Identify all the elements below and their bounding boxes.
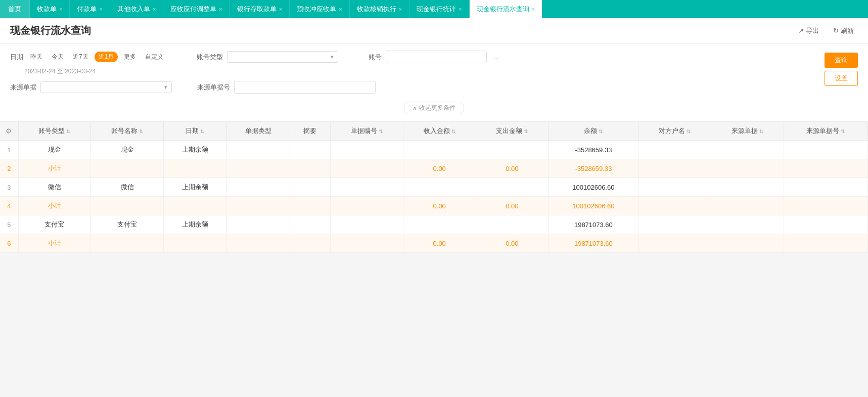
table-cell: 100102606.60: [549, 197, 638, 215]
table-cell: [226, 141, 290, 159]
table-cell: [290, 234, 330, 253]
nav-close-icon[interactable]: ×: [59, 6, 62, 12]
nav-ar-ap-adjust[interactable]: 应收应付调整单 ×: [163, 0, 230, 18]
th-source-doc-no[interactable]: 来源单据号⇅: [784, 122, 867, 141]
table-cell: 支付宝: [91, 215, 164, 234]
table-cell: [403, 178, 476, 197]
sort-icon-account-name: ⇅: [139, 128, 143, 134]
th-source-doc[interactable]: 来源单据⇅: [711, 122, 784, 141]
table-cell: [784, 141, 867, 159]
nav-close-icon[interactable]: ×: [459, 6, 462, 12]
table-cell: 支付宝: [18, 215, 91, 234]
query-button[interactable]: 查询: [825, 53, 858, 68]
export-icon: ↗: [798, 27, 804, 34]
nav-close-icon[interactable]: ×: [399, 6, 402, 12]
table-row: 6小计0.000.0019871073.60: [0, 234, 868, 253]
shortcut-7days[interactable]: 近7天: [70, 52, 92, 62]
collapse-row: ∧ 收起更多条件: [10, 99, 858, 116]
nav-close-icon[interactable]: ×: [339, 6, 342, 12]
th-date[interactable]: 日期⇅: [163, 122, 226, 141]
th-summary: 摘要: [290, 122, 330, 141]
nav-other-income[interactable]: 其他收入单 ×: [110, 0, 163, 18]
table-cell: [638, 215, 711, 234]
header-bar: 现金银行流水查询 ↗ 导出 ↻ 刷新: [0, 18, 868, 43]
shortcut-yesterday[interactable]: 昨天: [27, 52, 45, 62]
sort-icon-counterpart: ⇅: [687, 128, 691, 134]
table-cell: [638, 159, 711, 178]
nav-close-icon[interactable]: ×: [279, 6, 282, 12]
shortcut-custom[interactable]: 自定义: [142, 52, 166, 62]
refresh-button[interactable]: ↻ 刷新: [829, 24, 858, 37]
account-more-button[interactable]: ...: [491, 52, 502, 63]
th-counterpart[interactable]: 对方户名⇅: [638, 122, 711, 141]
chevron-down-icon: ▾: [331, 54, 334, 60]
nav-receipt-verify[interactable]: 收款核销执行 ×: [350, 0, 409, 18]
date-range-display: 2023-02-24 至 2023-03-24: [24, 68, 96, 75]
source-doc-no-label: 来源单据号: [197, 83, 230, 92]
table-cell: [784, 178, 867, 197]
page-title: 现金银行流水查询: [10, 24, 91, 37]
table-row: 4小计0.000.00100102606.60: [0, 197, 868, 215]
shortcut-more[interactable]: 更多: [121, 52, 139, 62]
table-cell: [711, 178, 784, 197]
table-cell: 5: [0, 215, 18, 234]
table-row: 1现金现金上期余额-3528659.33: [0, 141, 868, 159]
nav-close-icon[interactable]: ×: [99, 6, 102, 12]
collapse-button[interactable]: ∧ 收起更多条件: [404, 102, 464, 114]
table-cell: 现金: [91, 141, 164, 159]
nav-bank-deposit[interactable]: 银行存取款单 ×: [230, 0, 290, 18]
top-nav: 首页 收款单 × 付款单 × 其他收入单 × 应收应付调整单 × 银行存取款单 …: [0, 0, 868, 18]
date-filter-group: 日期 昨天 今天 近7天 近1月 更多 自定义: [10, 52, 166, 62]
table-cell: [403, 215, 476, 234]
nav-payment[interactable]: 付款单 ×: [70, 0, 110, 18]
table-cell: 100102606.60: [549, 178, 638, 197]
account-filter-group: 账号 ...: [369, 51, 502, 63]
nav-receipt[interactable]: 收款单 ×: [30, 0, 70, 18]
table-cell: [331, 178, 403, 197]
shortcut-1month[interactable]: 近1月: [95, 52, 118, 62]
table-cell: [331, 215, 403, 234]
source-doc-no-input[interactable]: [234, 81, 376, 94]
table-cell: 0.00: [476, 197, 549, 215]
th-settings: ⚙: [0, 122, 18, 141]
table-cell: 6: [0, 234, 18, 253]
table-cell: [226, 197, 290, 215]
table-cell: 0.00: [403, 234, 476, 253]
th-doc-no[interactable]: 单据编号⇅: [331, 122, 403, 141]
table-cell: [711, 159, 784, 178]
th-income[interactable]: 收入金额⇅: [403, 122, 476, 141]
sort-icon-account-type: ⇅: [66, 128, 70, 134]
table-cell: 上期余额: [163, 178, 226, 197]
th-account-name[interactable]: 账号名称⇅: [91, 122, 164, 141]
account-type-select[interactable]: ▾: [227, 51, 338, 63]
nav-cash-bank-flow[interactable]: 现金银行流水查询 ×: [470, 0, 542, 18]
nav-close-icon[interactable]: ×: [153, 6, 156, 12]
table-cell: 小计: [18, 197, 91, 215]
th-account-type[interactable]: 账号类型⇅: [18, 122, 91, 141]
shortcut-today[interactable]: 今天: [49, 52, 67, 62]
table-cell: [784, 159, 867, 178]
source-doc-select[interactable]: ▾: [40, 81, 172, 93]
table-cell: [476, 178, 549, 197]
table-cell: 19871073.60: [549, 215, 638, 234]
nav-close-icon[interactable]: ×: [219, 6, 222, 12]
table-cell: [476, 215, 549, 234]
nav-close-active-icon[interactable]: ×: [532, 6, 535, 12]
th-expense[interactable]: 支出金额⇅: [476, 122, 549, 141]
gear-icon[interactable]: ⚙: [6, 127, 12, 135]
table-wrapper: ⚙ 账号类型⇅ 账号名称⇅ 日期⇅ 单据类型 摘要 单据编号⇅ 收入金额⇅: [0, 122, 868, 253]
table-cell: [638, 197, 711, 215]
chevron-down-icon-2: ▾: [164, 84, 167, 91]
th-balance[interactable]: 余额⇅: [549, 122, 638, 141]
table-cell: [331, 197, 403, 215]
table-cell: [290, 159, 330, 178]
table-cell: [331, 141, 403, 159]
collapse-up-icon: ∧: [413, 105, 417, 112]
nav-home[interactable]: 首页: [0, 0, 30, 18]
nav-cash-bank-stat[interactable]: 现金银行统计 ×: [409, 0, 469, 18]
settings-button[interactable]: 设置: [825, 71, 858, 86]
account-input[interactable]: [386, 51, 487, 63]
table-cell: [638, 234, 711, 253]
nav-pre-receipt[interactable]: 预收冲应收单 ×: [290, 0, 349, 18]
export-button[interactable]: ↗ 导出: [794, 24, 823, 37]
